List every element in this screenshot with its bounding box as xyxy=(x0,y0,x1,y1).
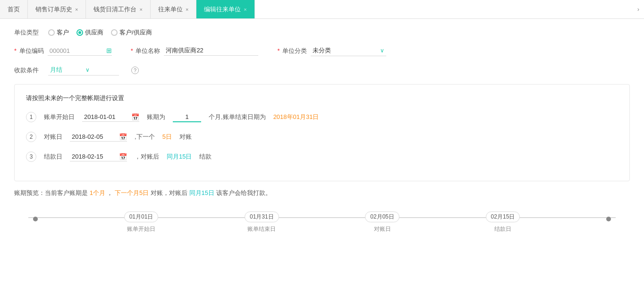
preview-part3: 同月15日 xyxy=(189,189,214,196)
payment-terms-label: 收款条件 xyxy=(14,66,39,75)
section-description: 请按照未来的一个完整帐期进行设置 xyxy=(26,94,618,102)
tab-home[interactable]: 首页 xyxy=(0,0,28,18)
node-badge-3: 02月05日 xyxy=(365,211,399,222)
radio-circle-both xyxy=(111,29,118,36)
step-label-3: 结款日 xyxy=(44,152,62,161)
step3-prefix: ，对账后 xyxy=(135,152,159,161)
node-badge-4: 02月15日 xyxy=(486,211,520,222)
step-num-2: 2 xyxy=(26,132,36,142)
node-label-1: 账单开始日 xyxy=(127,225,155,233)
unit-name-input[interactable] xyxy=(164,46,258,56)
step3-calendar-icon[interactable]: 📅 xyxy=(119,153,127,160)
period-settings-section: 请按照未来的一个完整帐期进行设置 1 账单开始日 📅 账期为 个月,账单结束日期… xyxy=(14,84,630,181)
unit-type-radio-group: 客户 供应商 客户/供应商 xyxy=(48,28,152,37)
unit-code-input[interactable] xyxy=(48,46,104,55)
close-sales-history[interactable]: × xyxy=(75,7,78,12)
step1-date-input[interactable] xyxy=(82,112,129,121)
unit-code-label: * 单位编码 xyxy=(14,47,44,55)
timeline-node-3: 02月05日 对账日 xyxy=(365,211,399,233)
timeline-node-1: 01月01日 账单开始日 xyxy=(124,211,159,233)
unit-category-dropdown[interactable]: 未分类 ∨ xyxy=(311,45,386,56)
preview-section: 账期预览：当前客户账期是 1个月 ， 下一个月5日 对账，对账后 同月15日 该… xyxy=(14,181,630,207)
unit-category-label: * 单位分类 xyxy=(277,47,307,55)
step1-month-input[interactable] xyxy=(173,112,201,122)
timeline-end-dot xyxy=(606,217,611,221)
unit-type-label: 单位类型 xyxy=(14,28,39,37)
step1-date-field: 📅 xyxy=(82,112,139,122)
step-num-1: 1 xyxy=(26,112,36,122)
copy-icon[interactable]: ⊞ xyxy=(106,47,112,54)
node-label-2: 账单结束日 xyxy=(247,225,276,233)
radio-circle-customer xyxy=(48,29,55,36)
unit-name-group: * 单位名称 xyxy=(131,46,259,56)
step3-highlight: 同月15日 xyxy=(167,152,192,161)
timeline-start-dot xyxy=(33,217,38,221)
timeline-nodes: 01月01日 账单开始日 01月31日 账单结束日 02月05日 对账日 02月… xyxy=(33,211,611,233)
step-row-3: 3 结款日 📅 ，对账后 同月15日 结款 xyxy=(26,152,618,162)
close-edit-counterparty[interactable]: × xyxy=(244,7,246,12)
tab-sales-history[interactable]: 销售订单历史 × xyxy=(28,0,86,18)
timeline-node-4: 02月15日 结款日 xyxy=(486,211,520,233)
step2-highlight: 5日 xyxy=(162,133,172,141)
main-content: 单位类型 客户 供应商 客户/供应商 * 单位编码 ⊞ xyxy=(0,19,644,287)
node-badge-1: 01月01日 xyxy=(124,211,159,222)
tab-counterparty[interactable]: 往来单位 × xyxy=(151,0,196,18)
step2-suffix: 对账 xyxy=(179,133,192,141)
payment-terms-arrow: ∨ xyxy=(85,67,117,73)
tab-cash-work[interactable]: 钱货日清工作台 × xyxy=(86,0,150,18)
step2-date-input[interactable] xyxy=(70,132,117,141)
step1-month-unit-prefix: 个月,账单结束日期为 xyxy=(209,113,266,121)
preview-part2: 下一个月5日 xyxy=(115,189,149,196)
payment-terms-dropdown[interactable]: 月结 ∨ xyxy=(48,65,119,76)
unit-category-group: * 单位分类 未分类 ∨ xyxy=(277,45,386,56)
step3-date-input[interactable] xyxy=(70,152,117,161)
step1-calendar-icon[interactable]: 📅 xyxy=(131,113,139,121)
step1-end-date: 2018年01月31日 xyxy=(273,113,319,121)
help-icon[interactable]: ? xyxy=(131,67,139,74)
category-dropdown-arrow: ∨ xyxy=(380,47,384,54)
step2-calendar-icon[interactable]: 📅 xyxy=(119,133,127,141)
close-cash-work[interactable]: × xyxy=(139,7,142,12)
node-label-3: 对账日 xyxy=(374,225,391,233)
preview-part1: 1个月 xyxy=(90,189,105,196)
unit-code-group: * 单位编码 ⊞ xyxy=(14,46,112,56)
node-label-4: 结款日 xyxy=(494,225,511,233)
step2-prefix: ,下一个 xyxy=(135,133,155,141)
radio-supplier[interactable]: 供应商 xyxy=(76,28,103,37)
radio-customer[interactable]: 客户 xyxy=(48,28,69,37)
close-counterparty[interactable]: × xyxy=(186,7,188,12)
step-label-1: 账单开始日 xyxy=(44,113,75,121)
unit-code-field: ⊞ xyxy=(48,46,112,56)
step2-date-field: 📅 xyxy=(70,132,127,142)
step-row-1: 1 账单开始日 📅 账期为 个月,账单结束日期为 2018年01月31日 xyxy=(26,112,618,122)
timeline-container: 01月01日 账单开始日 01月31日 账单结束日 02月05日 对账日 02月… xyxy=(14,207,630,247)
unit-type-row: 单位类型 客户 供应商 客户/供应商 xyxy=(14,28,630,37)
step-label-2: 对账日 xyxy=(44,133,62,141)
step-num-3: 3 xyxy=(26,152,36,162)
tab-edit-counterparty[interactable]: 编辑往来单位 × xyxy=(196,0,254,18)
step3-suffix: 结款 xyxy=(199,152,212,161)
tab-more-button[interactable]: › xyxy=(633,0,644,18)
payment-terms-row: 收款条件 月结 ∨ ? xyxy=(14,65,630,76)
unit-info-row: * 单位编码 ⊞ * 单位名称 * 单位分类 未分类 ∨ xyxy=(14,45,630,56)
node-badge-2: 01月31日 xyxy=(245,211,279,222)
step3-date-field: 📅 xyxy=(70,152,127,161)
radio-both[interactable]: 客户/供应商 xyxy=(111,28,152,37)
step1-period-label: 账期为 xyxy=(147,113,165,121)
tab-bar: 首页 销售订单历史 × 钱货日清工作台 × 往来单位 × 编辑往来单位 × › xyxy=(0,0,644,19)
step-row-2: 2 对账日 📅 ,下一个 5日 对账 xyxy=(26,132,618,142)
timeline-node-2: 01月31日 账单结束日 xyxy=(245,211,279,233)
radio-circle-supplier xyxy=(76,29,83,36)
unit-name-label: * 单位名称 xyxy=(131,47,161,55)
